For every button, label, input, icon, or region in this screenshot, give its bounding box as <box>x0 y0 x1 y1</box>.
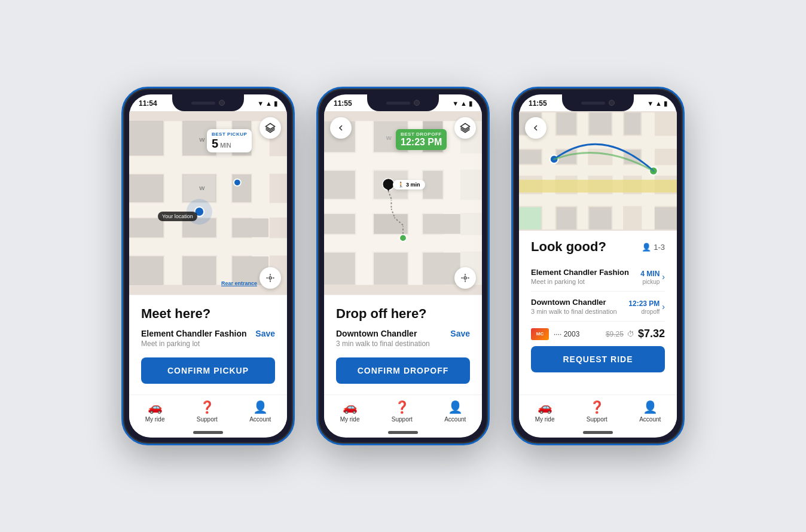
signal-icon-3: ▼ <box>647 100 654 107</box>
layers-button-2[interactable] <box>454 117 476 139</box>
battery-icon-2: ▮ <box>469 100 472 108</box>
crosshair-button-2[interactable] <box>454 267 476 289</box>
nav-my-ride-label-3: My ride <box>535 416 555 423</box>
map-2: W W BEST DROPOFF 12:23 PM <box>324 111 482 295</box>
notch-3 <box>562 94 634 111</box>
svg-point-51 <box>399 234 407 241</box>
pickup-detail-name: Element Chandler Fashion <box>531 268 629 277</box>
dropoff-detail-left: Downtown Chandler 3 min walk to final de… <box>531 298 617 315</box>
card-dots: ···· 2003 <box>554 330 579 338</box>
svg-rect-43 <box>324 214 355 234</box>
passenger-icon: 👤 <box>642 243 651 252</box>
dropoff-tag-value: 12:23 PM <box>401 137 442 148</box>
phone-2: 11:55 ▼ ▲ ▮ <box>316 87 490 445</box>
speaker-1 <box>191 102 215 105</box>
account-icon-3: 👤 <box>643 400 658 414</box>
nav-account-label-1: Account <box>249 416 271 423</box>
pickup-detail-left: Element Chandler Fashion Meet in parking… <box>531 268 629 285</box>
svg-rect-78 <box>519 150 541 164</box>
time-2: 11:55 <box>334 99 352 108</box>
wifi-icon-3: ▲ <box>655 100 662 107</box>
support-icon-3: ❓ <box>590 400 604 414</box>
payment-left: MC ···· 2003 <box>531 328 579 340</box>
svg-rect-4 <box>164 121 182 285</box>
card-icon: MC <box>531 328 549 340</box>
payment-row[interactable]: MC ···· 2003 $9.25 ⏱ $7.32 <box>531 322 665 346</box>
best-dropoff-tag: BEST DROPOFF 12:23 PM <box>396 129 447 150</box>
layers-button-1[interactable] <box>259 117 281 139</box>
confirm-dropoff-button[interactable]: CONFIRM DROPOFF <box>336 357 470 384</box>
dropoff-tag-label: BEST DROPOFF <box>401 132 442 137</box>
nav-my-ride-2[interactable]: 🚗 My ride <box>340 400 360 423</box>
svg-rect-82 <box>557 207 576 230</box>
confirm-pickup-button[interactable]: CONFIRM PICKUP <box>141 357 275 384</box>
pickup-tag-label: BEST PICKUP <box>212 132 247 137</box>
nav-support-1[interactable]: ❓ Support <box>197 400 218 423</box>
save-button-2[interactable]: Save <box>450 329 470 338</box>
phone-1: 11:54 ▼ ▲ ▮ <box>121 87 295 445</box>
dropoff-time: 12:23 PM <box>628 299 660 308</box>
nav-my-ride-label-1: My ride <box>145 416 165 423</box>
battery-icon-3: ▮ <box>664 100 667 108</box>
loc-sub-2: 3 min walk to final destination <box>336 340 430 348</box>
svg-rect-34 <box>356 121 373 285</box>
dropoff-detail-row[interactable]: Downtown Chandler 3 min walk to final de… <box>531 292 665 322</box>
save-button-1[interactable]: Save <box>255 329 275 338</box>
home-indicator-3 <box>583 431 613 434</box>
bottom-nav-1: 🚗 My ride ❓ Support 👤 Account <box>129 395 287 431</box>
walk-bubble: 🚶 3 min <box>393 180 425 189</box>
pickup-tag-unit: MIN <box>220 142 231 149</box>
support-icon-1: ❓ <box>200 400 215 414</box>
car-icon-3: 🚗 <box>538 400 552 414</box>
signal-icon-1: ▼ <box>257 100 264 107</box>
pickup-type: pickup <box>640 279 660 285</box>
camera-2 <box>414 100 420 106</box>
svg-rect-71 <box>612 112 623 230</box>
dropoff-type: dropoff <box>628 308 660 315</box>
passenger-count-value: 1-3 <box>654 243 665 252</box>
nav-support-2[interactable]: ❓ Support <box>392 400 413 423</box>
best-pickup-tag: BEST PICKUP 5 MIN <box>207 129 252 152</box>
wifi-icon-1: ▲ <box>265 100 272 107</box>
svg-text:W: W <box>199 136 205 143</box>
svg-rect-44 <box>374 214 408 234</box>
wifi-icon-2: ▲ <box>460 100 467 107</box>
svg-rect-45 <box>423 214 460 234</box>
passenger-count: 👤 1-3 <box>642 243 665 252</box>
nav-my-ride-1[interactable]: 🚗 My ride <box>145 400 165 423</box>
pickup-time: 4 MIN <box>640 270 660 278</box>
nav-support-label-1: Support <box>197 416 218 423</box>
svg-rect-47 <box>374 253 408 285</box>
svg-rect-13 <box>129 219 163 237</box>
loc-name-1: Element Chandler Fashion <box>141 329 247 338</box>
nav-support-label-2: Support <box>392 416 413 423</box>
pickup-detail-row[interactable]: Element Chandler Fashion Meet in parking… <box>531 262 665 292</box>
back-button-2[interactable] <box>330 117 352 139</box>
svg-rect-84 <box>655 207 677 230</box>
nav-support-3[interactable]: ❓ Support <box>587 400 607 423</box>
nav-account-2[interactable]: 👤 Account <box>444 400 466 423</box>
nav-support-label-3: Support <box>587 416 607 423</box>
camera-3 <box>609 100 615 106</box>
nav-account-label-3: Account <box>639 416 661 423</box>
svg-rect-10 <box>129 175 163 202</box>
request-ride-button[interactable]: REQUEST RIDE <box>531 346 665 372</box>
rear-entrance-link[interactable]: Rear entrance <box>221 280 257 286</box>
location-info-1: Element Chandler Fashion Meet in parking… <box>141 329 247 348</box>
car-icon-1: 🚗 <box>148 400 163 414</box>
nav-account-3[interactable]: 👤 Account <box>639 400 661 423</box>
svg-rect-83 <box>589 207 611 230</box>
status-icons-2: ▼ ▲ ▮ <box>452 100 472 108</box>
drop-off-title: Drop off here? <box>336 306 470 322</box>
phones-container: 11:54 ▼ ▲ ▮ <box>121 87 685 445</box>
nav-my-ride-3[interactable]: 🚗 My ride <box>535 400 555 423</box>
nav-account-1[interactable]: 👤 Account <box>249 400 271 423</box>
svg-rect-77 <box>624 112 640 134</box>
home-indicator-2 <box>388 431 418 434</box>
camera-1 <box>219 100 225 106</box>
svg-rect-70 <box>578 112 588 230</box>
back-button-3[interactable] <box>525 117 547 139</box>
svg-text:W: W <box>386 134 392 141</box>
crosshair-button-1[interactable] <box>259 267 281 289</box>
walk-icon: 🚶 <box>398 182 404 188</box>
